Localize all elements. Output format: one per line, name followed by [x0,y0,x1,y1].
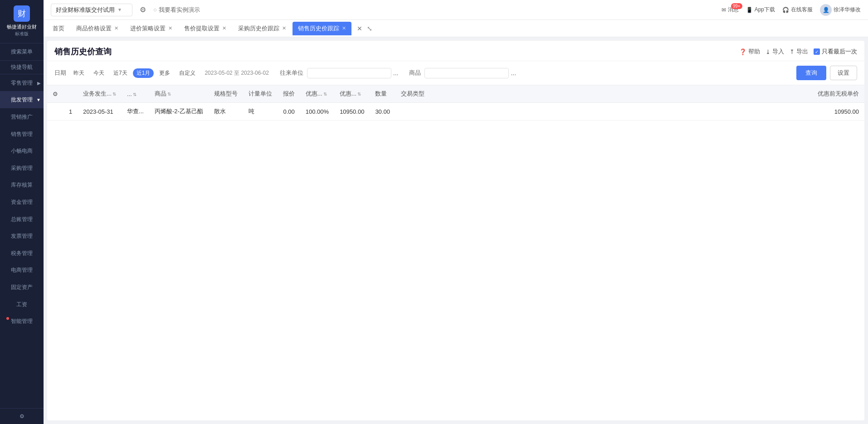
table-body: 1 2023-05-31 华查... 丙烯酸-2-乙基己酯 散水 吨 0.00 … [47,103,864,120]
col-unit: 计量单位 [243,85,278,103]
cell-unit: 吨 [243,103,278,120]
sidebar-item-retail[interactable]: 零售管理 ▶ [0,74,44,92]
sidebar-search[interactable]: 搜索菜单 [0,43,44,61]
phone-icon: 📱 [746,7,753,13]
col-product[interactable]: 商品⇅ [149,85,209,103]
checkbox-icon: ✓ [814,48,820,55]
col-discount-rate[interactable]: 优惠...⇅ [300,85,334,103]
window-controls: ✕ ⤡ [352,25,373,32]
col-discount-price[interactable]: 优惠...⇅ [334,85,370,103]
sidebar-quick-nav[interactable]: 快捷导航 [0,61,44,74]
date-label: 日期 [54,69,66,77]
cell-spacer [430,103,812,120]
export-label: 导出 [796,48,808,56]
tab-sale-history-close[interactable]: ✕ [342,25,346,31]
tab-sale-extract[interactable]: 售价提取设置 ✕ [179,22,232,35]
sidebar-menu: 零售管理 ▶ 批发管理 ▼ 营销推广 销售管理 小畅电商 采购管理 库存核算 资… [0,74,44,408]
date-today[interactable]: 今天 [90,68,108,78]
tab-home[interactable]: 首页 [47,22,70,35]
demo-icon: ○ [153,6,157,13]
sidebar-settings[interactable]: ⚙ [0,408,44,424]
col-qty: 数量 [370,85,395,103]
sidebar-item-marketing[interactable]: 营销推广 [0,108,44,125]
query-button[interactable]: 查询 [796,66,826,80]
tab-purchase-strategy[interactable]: 进价策略设置 ✕ [125,22,178,35]
last-once-checkbox[interactable]: ✓ 只看最后一次 [814,48,857,56]
product-label: 商品 [409,69,421,77]
cell-more1: 华查... [122,103,149,120]
import-label: 导入 [772,48,784,56]
tab-purchase-history[interactable]: 采购历史价跟踪 ✕ [233,22,292,35]
date-custom[interactable]: 自定义 [176,68,199,78]
message-icon: ✉ [722,7,726,13]
user-info[interactable]: 👤 徐泽华修改 [820,4,861,16]
online-service-button[interactable]: 🎧 在线客服 [782,6,813,14]
table-row: 1 2023-05-31 华查... 丙烯酸-2-乙基己酯 散水 吨 0.00 … [47,103,864,120]
customer-dots-button[interactable]: ... [393,69,399,77]
sidebar-item-fund[interactable]: 资金管理 [0,193,44,211]
customer-input[interactable] [307,68,391,78]
message-button[interactable]: ✉ 消息 99+ [722,6,739,14]
tab-sale-extract-close[interactable]: ✕ [222,25,226,31]
settings-button[interactable]: 设置 [830,66,857,80]
tab-purchase-strategy-label: 进价策略设置 [130,24,166,33]
headset-icon: 🎧 [782,7,789,13]
window-close-button[interactable]: ✕ [356,25,363,32]
date-last1m[interactable]: 近1月 [133,68,154,78]
settings-gear-button[interactable]: ⚙ [136,4,150,16]
sidebar-item-smart-mgmt[interactable]: 智能管理 [0,313,44,330]
sidebar-item-tax[interactable]: 税务管理 [0,245,44,262]
sidebar-item-ecommerce-small[interactable]: 小畅电商 [0,142,44,159]
online-service-label: 在线客服 [791,6,813,14]
demo-link[interactable]: ○ 我要看实例演示 [153,6,200,14]
col-trade-type: 交易类型 [395,85,430,103]
sidebar-item-salary[interactable]: 工资 [0,296,44,313]
data-table: ⚙ 业务发生...⇅ ...⇅ 商品⇅ 规格型号 计量单位 报价 优惠...⇅ … [47,85,864,120]
sidebar-item-ecommerce[interactable]: 电商管理 [0,261,44,279]
date-last7[interactable]: 近7天 [110,68,131,78]
cell-price: 0.00 [278,103,300,120]
cell-no: 1 [63,103,78,120]
product-selector[interactable]: 好业财标准版交付试用 ▼ [51,4,132,16]
tab-sale-history[interactable]: 销售历史价跟踪 ✕ [293,22,351,35]
product-dots-button[interactable]: ... [511,69,516,77]
table-header-row: ⚙ 业务发生...⇅ ...⇅ 商品⇅ 规格型号 计量单位 报价 优惠...⇅ … [47,85,864,103]
tabbar: 首页 商品价格设置 ✕ 进价策略设置 ✕ 售价提取设置 ✕ 采购历史价跟踪 ✕ … [44,20,868,37]
sidebar-item-general-ledger[interactable]: 总账管理 [0,211,44,228]
export-button[interactable]: ⤒ 导出 [790,48,808,56]
tab-product-price[interactable]: 商品价格设置 ✕ [71,22,124,35]
col-no [63,85,78,103]
col-biz-date[interactable]: 业务发生...⇅ [78,85,122,103]
topbar-right: ✉ 消息 99+ 📱 App下载 🎧 在线客服 👤 徐泽华修改 [722,4,861,16]
cell-qty: 30.00 [370,103,395,120]
tab-product-price-close[interactable]: ✕ [114,25,118,31]
avatar: 👤 [820,4,832,16]
user-name: 徐泽华修改 [834,6,861,14]
sidebar-logo: 财 畅捷通好业财 标准版 [0,0,44,43]
table-wrapper: ⚙ 业务发生...⇅ ...⇅ 商品⇅ 规格型号 计量单位 报价 优惠...⇅ … [47,85,864,420]
sidebar-item-invoice[interactable]: 发票管理 [0,227,44,245]
tab-purchase-history-close[interactable]: ✕ [282,25,286,31]
sidebar-item-wholesale[interactable]: 批发管理 ▼ [0,91,44,108]
app-download-button[interactable]: 📱 App下载 [746,6,775,14]
help-label: 帮助 [748,48,760,56]
import-button[interactable]: ⤓ 导入 [766,48,784,56]
filter-actions: 查询 设置 [796,66,857,80]
tab-sale-extract-label: 售价提取设置 [184,24,219,33]
page-actions: ❓ 帮助 ⤓ 导入 ⤒ 导出 ✓ 只看最后一次 [739,48,857,56]
sidebar-item-sales-mgmt[interactable]: 销售管理 [0,125,44,143]
window-maximize-button[interactable]: ⤡ [366,25,373,32]
help-icon: ❓ [739,48,746,55]
help-button[interactable]: ❓ 帮助 [739,48,760,56]
sidebar-item-inventory[interactable]: 库存核算 [0,176,44,193]
date-more[interactable]: 更多 [156,68,174,78]
product-input[interactable] [424,68,509,78]
date-yesterday[interactable]: 昨天 [70,68,88,78]
sidebar-item-fixed-assets[interactable]: 固定资产 [0,279,44,296]
topbar-left: 好业财标准版交付试用 ▼ ⚙ ○ 我要看实例演示 [51,4,722,16]
sidebar-item-purchase[interactable]: 采购管理 [0,159,44,177]
col-more1[interactable]: ...⇅ [122,85,149,103]
export-icon: ⤒ [790,48,795,55]
tab-purchase-strategy-close[interactable]: ✕ [168,25,172,31]
date-options: 昨天 今天 近7天 近1月 更多 自定义 [70,68,199,78]
